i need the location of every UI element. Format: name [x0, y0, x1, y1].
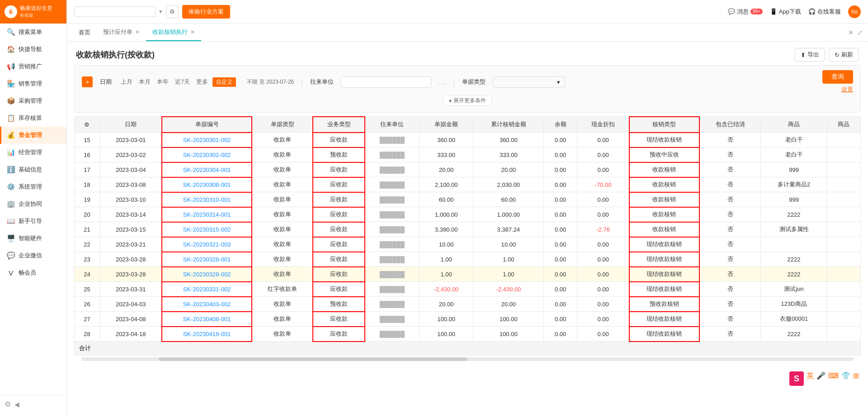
bill-no-link[interactable]: SK-20230315-002 — [183, 226, 231, 233]
col-header-product2[interactable]: 商品 — [827, 117, 860, 133]
search-icon: 🔍 — [7, 28, 15, 36]
cell-balance: 0.00 — [544, 267, 577, 282]
sidebar-item-finance[interactable]: 💰资金管理 — [0, 127, 66, 144]
filter-expand-btn[interactable]: » — [82, 76, 93, 87]
cell-no: 15 — [75, 133, 100, 147]
date-shortcut-this-year[interactable]: 本年 — [155, 77, 170, 87]
sidebar-item-inventory[interactable]: 📋库存核算 — [0, 109, 66, 127]
date-shortcut-7days[interactable]: 近7天 — [173, 77, 192, 87]
sidebar-item-search[interactable]: 🔍搜索菜单 — [0, 24, 66, 41]
breadcrumb-input[interactable] — [74, 6, 156, 17]
custom-date-btn[interactable]: 自定义 — [212, 77, 236, 87]
cell-bill-type: 收款单 — [252, 312, 313, 327]
phone-icon: 📱 — [770, 8, 777, 15]
col-header-biz-type[interactable]: 业务类型 — [313, 117, 365, 133]
tab-pre-apply[interactable]: 预计应付单 ✕ — [97, 24, 146, 41]
col-header-amount[interactable]: 单据金额 — [419, 117, 473, 133]
tab-collection-exec-close[interactable]: ✕ — [190, 29, 195, 35]
settings-link[interactable]: 设置 — [841, 85, 853, 94]
bill-no-link[interactable]: SK-20230308-001 — [183, 181, 231, 188]
sidebar-item-quick-nav[interactable]: 🏠快捷导航 — [0, 41, 66, 58]
industry-btn[interactable]: 体验行业方案 — [182, 5, 230, 19]
table-row: 18 2023-03-08 SK-20230308-001 收款单 应收款 ██… — [75, 177, 861, 192]
online-service-btn[interactable]: 🎧 在线客服 — [808, 8, 841, 16]
bill-no-link[interactable]: SK-20230321-003 — [183, 241, 231, 248]
bill-no-link[interactable]: SK-20230408-001 — [183, 316, 231, 323]
sidebar-item-wechat[interactable]: 💬企业微信 — [0, 247, 66, 264]
sidebar-item-sys-mgmt[interactable]: ⚙️系统管理 — [0, 178, 66, 195]
cell-bill-type: 收款单 — [252, 267, 313, 282]
date-shortcut-more[interactable]: 更多 — [194, 77, 210, 87]
col-header-cash-discount[interactable]: 现金折扣 — [577, 117, 629, 133]
cell-amount: 20.00 — [419, 162, 473, 177]
bill-no-link[interactable]: SK-20230310-001 — [183, 196, 231, 203]
bill-no-link[interactable]: SK-20230418-001 — [183, 331, 231, 337]
sidebar-item-operation[interactable]: 📊经营管理 — [0, 144, 66, 161]
cell-bill-no: SK-20230310-001 — [162, 192, 252, 207]
bill-no-link[interactable]: SK-20230302-002 — [183, 152, 231, 158]
cell-counterpart: ██████ — [365, 237, 419, 252]
cell-writeoff-type: 收款核销 — [629, 222, 700, 237]
cell-balance: 0.00 — [544, 177, 577, 192]
cell-date: 2023-03-02 — [99, 147, 162, 162]
counterpart-input[interactable] — [341, 76, 431, 88]
col-header-cumulative[interactable]: 累计核销金额 — [473, 117, 544, 133]
cell-cash-discount: -70.00 — [577, 177, 629, 192]
guide-icon: 📖 — [7, 217, 15, 225]
cell-cumulative: 100.00 — [473, 312, 544, 327]
cell-biz-type: 应收款 — [313, 282, 365, 297]
settings-gear-btn[interactable]: ⚙ — [166, 5, 179, 18]
export-btn[interactable]: ⬆ 导出 — [795, 48, 825, 62]
tab-pre-apply-close[interactable]: ✕ — [135, 29, 140, 35]
col-header-bill-no[interactable]: 单据编号 — [162, 117, 252, 133]
bill-no-link[interactable]: SK-20230301-002 — [183, 137, 231, 143]
sidebar-item-basic-info[interactable]: ℹ️基础信息 — [0, 161, 66, 178]
bill-no-link[interactable]: SK-20230328-001 — [183, 256, 231, 263]
col-header-balance[interactable]: 余额 — [544, 117, 577, 133]
user-avatar[interactable]: Rit — [848, 5, 861, 18]
bill-no-link[interactable]: SK-20230304-001 — [183, 166, 231, 173]
refresh-btn[interactable]: ↻ 刷新 — [829, 48, 859, 62]
date-shortcut-last-month[interactable]: 上月 — [119, 77, 134, 87]
bill-type-select[interactable]: ▾ — [493, 76, 565, 88]
table-scroll-bar[interactable] — [81, 357, 854, 361]
cell-cumulative: 1,000.00 — [473, 207, 544, 222]
col-header-date[interactable]: 日期 — [99, 117, 162, 133]
tab-collection-exec[interactable]: 收款核销执行 ✕ — [146, 24, 201, 41]
col-header-gear[interactable]: ⚙ — [75, 117, 100, 133]
bill-no-link[interactable]: SK-20230403-002 — [183, 301, 231, 308]
bill-no-link[interactable]: SK-20230314-001 — [183, 211, 231, 218]
expand-more-btn[interactable]: ▾ 展开更多条件 — [443, 95, 492, 106]
cell-include-settled: 否 — [699, 327, 760, 342]
col-header-include-settled[interactable]: 包含已结清 — [699, 117, 760, 133]
bill-no-link[interactable]: SK-20230328-002 — [183, 271, 231, 278]
cell-date: 2023-03-04 — [99, 162, 162, 177]
sidebar-gear-icon[interactable]: ⚙ — [5, 400, 11, 408]
sidebar-item-sales[interactable]: 🏪销售管理 — [0, 75, 66, 92]
sidebar-item-purchase[interactable]: 📦采购管理 — [0, 92, 66, 109]
sidebar-collapse-btn[interactable]: ◀ — [14, 401, 19, 408]
tab-close-all-icon[interactable]: ✕ — [848, 29, 854, 36]
col-header-counterpart[interactable]: 往来单位 — [365, 117, 419, 133]
tab-expand-icon[interactable]: ⤢ — [857, 29, 863, 36]
date-shortcut-this-month[interactable]: 本月 — [137, 77, 152, 87]
table-scroll-thumb[interactable] — [159, 357, 467, 361]
brand-mic-icon: 🎤 — [816, 371, 826, 386]
sidebar-item-guide[interactable]: 📖新手引导 — [0, 213, 66, 230]
sidebar-item-member[interactable]: V畅会员 — [0, 264, 66, 281]
col-header-bill-type[interactable]: 单据类型 — [252, 117, 313, 133]
cell-cash-discount: 0.00 — [577, 207, 629, 222]
tab-home[interactable]: 首页 — [72, 24, 97, 41]
sidebar-item-marketing[interactable]: 📢营销推广 — [0, 58, 66, 75]
col-header-writeoff-type[interactable]: 核销类型 — [629, 117, 700, 133]
bill-no-link[interactable]: SK-20230331-002 — [183, 286, 231, 293]
sidebar-item-hardware[interactable]: 🖥️智能硬件 — [0, 230, 66, 247]
sidebar-item-enterprise[interactable]: 🏢企业协同 — [0, 195, 66, 213]
cell-cumulative: 20.00 — [473, 162, 544, 177]
message-btn[interactable]: 💬 消息 99+ — [728, 8, 763, 16]
query-btn[interactable]: 查询 — [822, 70, 853, 84]
cell-biz-type: 应收款 — [313, 237, 365, 252]
cell-bill-type: 收款单 — [252, 237, 313, 252]
app-download-btn[interactable]: 📱 App下载 — [770, 8, 801, 16]
col-header-product[interactable]: 商品 — [761, 117, 827, 133]
